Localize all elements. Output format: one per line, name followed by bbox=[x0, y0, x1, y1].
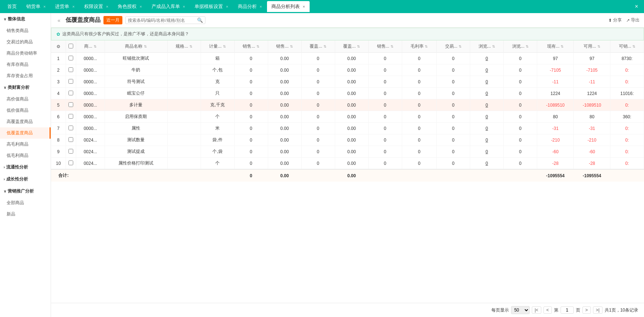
row-sales-qty: 0 bbox=[234, 88, 268, 99]
row-sales3: 0 bbox=[368, 134, 402, 146]
close-icon[interactable]: × bbox=[106, 4, 108, 9]
column-settings[interactable]: ⚙ bbox=[51, 40, 66, 53]
sidebar-item-sales-goods[interactable]: 销售类商品 bbox=[0, 25, 51, 36]
page-number-input[interactable] bbox=[561, 306, 574, 314]
sidebar-item-high-value[interactable]: 高价值商品 bbox=[0, 94, 51, 105]
nav-tab-product-analysis-list[interactable]: 商品分析列表 × bbox=[267, 1, 309, 12]
export-button[interactable]: ↗ 导出 bbox=[626, 17, 640, 23]
first-page-button[interactable]: |< bbox=[532, 306, 541, 314]
column-coverage1[interactable]: 覆盖... ⇅ bbox=[301, 40, 335, 53]
sidebar-item-high-margin[interactable]: 高毛利商品 bbox=[0, 139, 51, 150]
totals-sales-qty: 0 bbox=[234, 169, 268, 182]
column-sales-qty[interactable]: 销售... ⇅ bbox=[234, 40, 268, 53]
column-gross-margin[interactable]: 毛利率 ⇅ bbox=[402, 40, 436, 53]
column-sales3[interactable]: 销售... ⇅ bbox=[368, 40, 402, 53]
row-code: 0000... bbox=[76, 123, 105, 134]
nav-tab-purchase[interactable]: 进货单 × bbox=[51, 1, 79, 12]
column-code[interactable]: 商... ⇅ bbox=[76, 40, 105, 53]
sidebar-section-growth[interactable]: › 成长性分析 bbox=[0, 173, 51, 185]
row-current: -1089510 bbox=[537, 99, 573, 111]
row-saleable: 8730: bbox=[610, 53, 644, 64]
row-checkbox-input[interactable] bbox=[68, 79, 73, 84]
row-current: 97 bbox=[537, 53, 573, 64]
column-spec[interactable]: 规格... ⇅ bbox=[167, 40, 201, 53]
row-checkbox-input[interactable] bbox=[68, 56, 73, 60]
nav-tab-roles[interactable]: 角色授权 × bbox=[113, 1, 146, 12]
row-cov2: 0.00 bbox=[335, 64, 368, 76]
row-views1: 0 bbox=[470, 53, 503, 64]
row-checkbox-input[interactable] bbox=[68, 91, 73, 95]
row-checkbox-input[interactable] bbox=[68, 67, 73, 72]
column-available[interactable]: 可用... ⇅ bbox=[574, 40, 610, 53]
nav-tab-template[interactable]: 单据模板设置 × bbox=[190, 1, 232, 12]
close-icon[interactable]: × bbox=[303, 4, 305, 9]
sidebar-item-low-coverage[interactable]: 低覆盖度商品 bbox=[0, 127, 51, 139]
row-no: 4 bbox=[51, 88, 66, 99]
nav-tab-sales[interactable]: 销货单 × bbox=[22, 1, 50, 12]
share-button[interactable]: ⬆ 分享 bbox=[608, 17, 622, 23]
row-checkbox-input[interactable] bbox=[68, 161, 73, 165]
column-sales-amt[interactable]: 销售... ⇅ bbox=[268, 40, 301, 53]
close-icon[interactable]: × bbox=[140, 4, 142, 9]
sidebar-item-high-coverage[interactable]: 高覆盖度商品 bbox=[0, 116, 51, 127]
column-unit[interactable]: 计量... ⇅ bbox=[201, 40, 234, 53]
column-coverage2[interactable]: 覆盖... ⇅ bbox=[335, 40, 368, 53]
column-name[interactable]: 商品名称 ⇅ bbox=[105, 40, 167, 53]
sidebar-item-new-goods[interactable]: 新品 bbox=[0, 209, 51, 220]
row-gross-margin: 0 bbox=[402, 158, 436, 170]
sidebar-section-liquidity[interactable]: › 流通性分析 bbox=[0, 161, 51, 173]
nav-close-all-button[interactable]: × bbox=[632, 2, 641, 11]
column-trade[interactable]: 交易... ⇅ bbox=[436, 40, 470, 53]
close-icon[interactable]: × bbox=[72, 4, 74, 9]
select-all-checkbox[interactable] bbox=[68, 44, 73, 48]
sidebar-section-wealth[interactable]: ∨ 类财富分析 bbox=[0, 82, 51, 94]
totals-current: -1095554 bbox=[537, 169, 573, 182]
filter-period-button[interactable]: 近一月 bbox=[103, 16, 122, 24]
sidebar-item-low-value[interactable]: 低价值商品 bbox=[0, 105, 51, 116]
row-checkbox-input[interactable] bbox=[68, 102, 73, 107]
row-available: -210 bbox=[574, 134, 610, 146]
row-sales-qty: 0 bbox=[234, 64, 268, 76]
prev-page-button[interactable]: < bbox=[543, 306, 552, 314]
sidebar-section-marketing[interactable]: ∨ 营销推广分析 bbox=[0, 185, 51, 197]
row-name: 牛奶 bbox=[105, 64, 167, 76]
sidebar-item-all-goods[interactable]: 全部商品 bbox=[0, 197, 51, 209]
next-page-button[interactable]: > bbox=[582, 306, 591, 314]
sidebar-item-traded-goods[interactable]: 交易过的商品 bbox=[0, 36, 51, 48]
page-size-select[interactable]: 50 10 20 100 bbox=[511, 306, 530, 314]
column-views1[interactable]: 浏览... ⇅ bbox=[470, 40, 503, 53]
row-code: 0024... bbox=[76, 158, 105, 170]
nav-tab-home[interactable]: 首页 bbox=[3, 1, 21, 12]
totals-available: -1095554 bbox=[574, 169, 610, 182]
close-icon[interactable]: × bbox=[43, 4, 46, 9]
close-icon[interactable]: × bbox=[183, 4, 185, 9]
sidebar-item-capital[interactable]: 库存资金占用 bbox=[0, 70, 51, 82]
nav-tab-permissions[interactable]: 权限设置 × bbox=[80, 1, 113, 12]
column-current-stock[interactable]: 现有... ⇅ bbox=[537, 40, 573, 53]
row-checkbox-input[interactable] bbox=[68, 137, 73, 142]
close-icon[interactable]: × bbox=[260, 4, 262, 9]
sidebar-section-overall[interactable]: ∨ 整体信息 bbox=[0, 13, 51, 25]
table-row: 3 0000... 符号测试 克 0 0.00 0 0.00 0 0 0 0 0… bbox=[51, 76, 644, 88]
collapse-sidebar-button[interactable]: « bbox=[55, 17, 63, 24]
sidebar-item-category-rate[interactable]: 商品分类动销率 bbox=[0, 48, 51, 59]
share-icon: ⬆ bbox=[608, 18, 612, 23]
column-views2[interactable]: 浏览... ⇅ bbox=[503, 40, 537, 53]
row-gross-margin: 0 bbox=[402, 53, 436, 64]
last-page-button[interactable]: >| bbox=[593, 306, 602, 314]
search-input[interactable] bbox=[128, 18, 197, 23]
sidebar-item-low-margin[interactable]: 低毛利商品 bbox=[0, 150, 51, 161]
close-icon[interactable]: × bbox=[226, 4, 228, 9]
nav-tab-inventory[interactable]: 产成品入库单 × bbox=[147, 1, 189, 12]
sidebar-item-in-stock[interactable]: 有库存商品 bbox=[0, 59, 51, 70]
row-checkbox-input[interactable] bbox=[68, 149, 73, 154]
row-sales3: 0 bbox=[368, 88, 402, 99]
row-current: -60 bbox=[537, 146, 573, 158]
chevron-right-icon: › bbox=[4, 177, 5, 181]
row-checkbox-input[interactable] bbox=[68, 114, 73, 119]
data-table: ⚙ 商... ⇅ 商品名称 ⇅ 规格... ⇅ 计量... ⇅ 销售... ⇅ … bbox=[51, 40, 644, 182]
row-checkbox bbox=[66, 123, 76, 134]
column-saleable[interactable]: 可销... ⇅ bbox=[610, 40, 644, 53]
row-checkbox-input[interactable] bbox=[68, 126, 73, 130]
nav-tab-product-analysis[interactable]: 商品分析 × bbox=[233, 1, 266, 12]
